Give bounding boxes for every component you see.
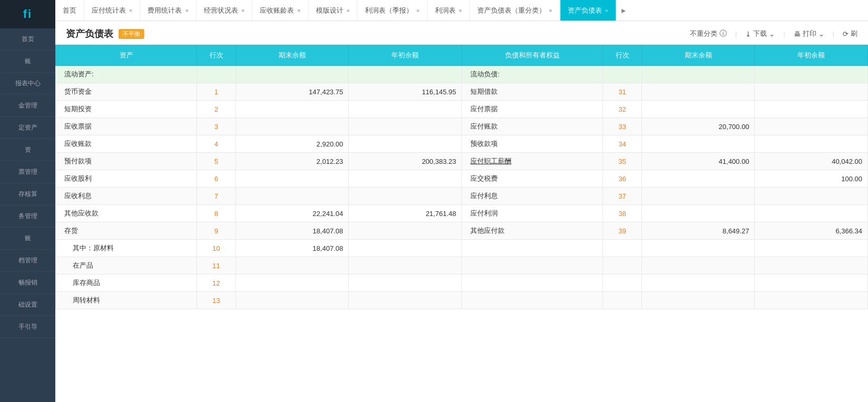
cell-end-bal2: [642, 101, 755, 118]
tab-payable-stats[interactable]: 应付统计表 ×: [84, 0, 140, 21]
table-row[interactable]: 存货 9 18,407.08 其他应付款 39 8,649.27 6,366.3…: [56, 222, 868, 240]
cell-end-bal2: [642, 83, 755, 101]
table-section-row: 流动资产: 流动负债:: [56, 66, 868, 83]
cell-asset: 其中：原材料: [56, 240, 197, 257]
cell-end-bal2: [642, 188, 755, 205]
tab-operation-status[interactable]: 经营状况表 ×: [196, 0, 252, 21]
tab-close-balance-reclassify[interactable]: ×: [549, 7, 552, 14]
cell-yr-bal: [349, 101, 462, 118]
table-row[interactable]: 应收票据 3 应付账款 33 20,700.00: [56, 118, 868, 135]
tab-profit[interactable]: 利润表 ×: [428, 0, 470, 21]
table-row[interactable]: 短期投资 2 应付票据 32: [56, 101, 868, 118]
table-row[interactable]: 在产品 11: [56, 257, 868, 274]
download-action[interactable]: ⤓ 下载 ⌄: [745, 29, 775, 38]
th-row-num2: 行次: [603, 45, 642, 66]
sidebar-item-home[interactable]: 首页: [0, 28, 55, 51]
cell-yr-bal: 116,145.95: [349, 83, 462, 101]
sidebar-item-settings[interactable]: 础设置: [0, 294, 55, 316]
cell-end-bal: [235, 188, 349, 205]
cell-end-bal2: [642, 292, 755, 309]
cell-row-num2: [603, 274, 642, 292]
divider-2: |: [783, 30, 785, 38]
cell-end-bal: [235, 101, 349, 118]
table-row[interactable]: 周转材料 13: [56, 292, 868, 309]
cell-row-num: 7: [197, 188, 236, 205]
sidebar-item-fund[interactable]: 金管理: [0, 95, 55, 117]
cell-end-bal: [235, 257, 349, 274]
sidebar: fi 首页 账 报表中心 金管理 定资产 资 票管理 存核算 务管理 账 档管理…: [0, 0, 55, 402]
table-row[interactable]: 其他应收款 8 22,241.04 21,761.48 应付利润 38: [56, 205, 868, 222]
tab-close-ar-aging[interactable]: ×: [297, 7, 300, 14]
sidebar-logo: fi: [0, 0, 55, 28]
tab-balance-reclassify[interactable]: 资产负债表（重分类） ×: [470, 0, 560, 21]
tab-close-profit-quarterly[interactable]: ×: [416, 7, 419, 14]
page-title-area: 资产负债表 不平衡: [66, 27, 144, 40]
cell-asset: 周转材料: [56, 292, 197, 309]
tab-close-payable-stats[interactable]: ×: [129, 7, 132, 14]
tab-bar: 首页 应付统计表 × 费用统计表 × 经营状况表 × 应收账龄表 × 模版设计 …: [55, 0, 868, 21]
cell-end-bal: 18,407.08: [235, 222, 349, 240]
cell-yr-bal2: [755, 205, 868, 222]
tab-close-template-design[interactable]: ×: [347, 7, 350, 14]
refresh-label: 刷: [851, 29, 857, 38]
th-year-start-balance2: 年初余额: [755, 45, 868, 66]
download-label: 下载: [753, 29, 767, 38]
cell-yr-bal: [349, 188, 462, 205]
no-reclassify-label: 不重分类: [690, 29, 717, 38]
tab-home[interactable]: 首页: [55, 0, 84, 21]
sidebar-item-asset[interactable]: 资: [0, 139, 55, 161]
table-row[interactable]: 预付款项 5 2,012.23 200,383.23 应付职工薪酬 35 41,…: [56, 153, 868, 170]
tab-expense-stats[interactable]: 费用统计表 ×: [140, 0, 196, 21]
table-row[interactable]: 应收账款 4 2,920.00 预收款项 34: [56, 135, 868, 153]
tab-more-button[interactable]: ▸: [616, 5, 631, 15]
tab-template-design[interactable]: 模版设计 ×: [309, 0, 358, 21]
cell-end-bal2: [642, 274, 755, 292]
cell-yr-bal: [349, 274, 462, 292]
sidebar-item-invoice[interactable]: 票管理: [0, 161, 55, 183]
cell-end-bal2: [642, 170, 755, 188]
sidebar-item-expense[interactable]: 畅报销: [0, 272, 55, 294]
tab-balance[interactable]: 资产负债表 ×: [560, 0, 616, 21]
sidebar-item-fixed-assets[interactable]: 定资产: [0, 117, 55, 139]
tab-close-profit[interactable]: ×: [459, 7, 462, 14]
table-row[interactable]: 其中：原材料 10 18,407.08: [56, 240, 868, 257]
sidebar-item-ledger[interactable]: 账: [0, 228, 55, 250]
cell-row-num2: [603, 257, 642, 274]
table-row[interactable]: 库存商品 12: [56, 274, 868, 292]
tab-close-expense-stats[interactable]: ×: [185, 7, 188, 14]
cell-yr-bal: [349, 118, 462, 135]
no-reclassify-action[interactable]: 不重分类 ⓘ: [690, 29, 727, 38]
cell-liability: [461, 292, 603, 309]
cell-end-bal: 22,241.04: [235, 205, 349, 222]
table-row[interactable]: 应收股利 6 应交税费 36 100.00: [56, 170, 868, 188]
cell-end-bal2: 41,400.00: [642, 153, 755, 170]
print-icon: 🖶: [794, 30, 801, 38]
sidebar-item-guide[interactable]: 手引导: [0, 316, 55, 338]
tab-ar-aging[interactable]: 应收账龄表 ×: [252, 0, 308, 21]
cell-yr-bal: 21,761.48: [349, 205, 462, 222]
help-icon: ⓘ: [719, 29, 727, 38]
cell-row-num2: 31: [603, 83, 642, 101]
sidebar-item-account[interactable]: 账: [0, 51, 55, 73]
tab-close-operation-status[interactable]: ×: [241, 7, 244, 14]
cell-liability: [461, 240, 603, 257]
cell-liability: 应付利息: [461, 188, 603, 205]
cell-end-bal2: [642, 257, 755, 274]
divider-3: |: [833, 30, 834, 38]
tab-profit-quarterly[interactable]: 利润表（季报） ×: [358, 0, 427, 21]
print-action[interactable]: 🖶 打印 ⌄: [794, 29, 824, 38]
sidebar-item-inventory[interactable]: 存核算: [0, 183, 55, 205]
cell-row-num: 9: [197, 222, 236, 240]
tab-close-balance[interactable]: ×: [605, 7, 608, 14]
table-row[interactable]: 应收利息 7 应付利息 37: [56, 188, 868, 205]
section-asset-label: 流动资产:: [56, 66, 197, 83]
download-icon: ⤓: [745, 30, 751, 38]
sidebar-item-task[interactable]: 务管理: [0, 205, 55, 228]
sidebar-item-file[interactable]: 档管理: [0, 250, 55, 272]
table-row[interactable]: 货币资金 1 147,423.75 116,145.95 短期借款 31: [56, 83, 868, 101]
cell-yr-bal2: [755, 240, 868, 257]
sidebar-item-report-center[interactable]: 报表中心: [0, 73, 55, 95]
refresh-action[interactable]: ⟳ 刷: [843, 29, 857, 38]
cell-yr-bal2: [755, 274, 868, 292]
cell-asset: 货币资金: [56, 83, 197, 101]
